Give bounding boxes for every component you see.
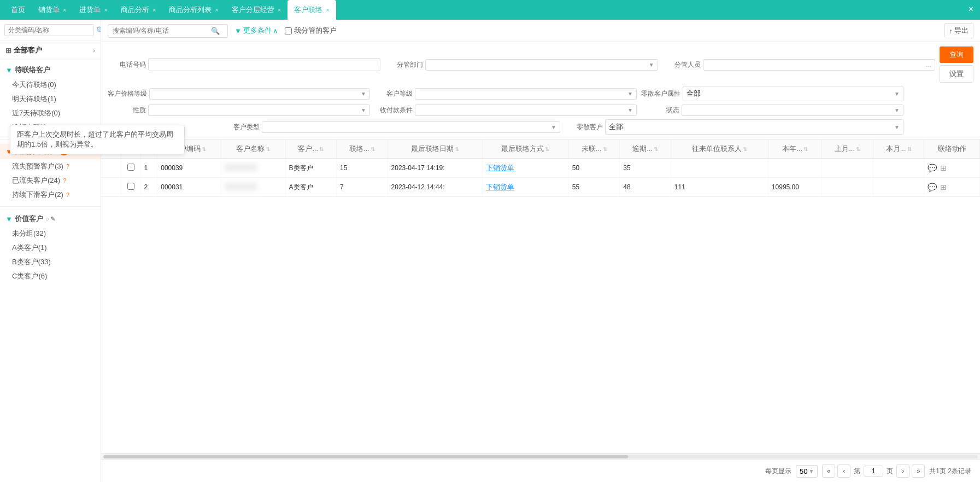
tab-customer-contact[interactable]: 客户联络 × xyxy=(287,0,336,20)
collapse-icon[interactable]: › xyxy=(93,47,95,54)
row2-overdue: 48 xyxy=(620,178,671,197)
status-filter: 状态 ▼ xyxy=(641,104,903,116)
close-sales-order-icon[interactable]: × xyxy=(63,7,66,13)
pending-contact-title[interactable]: ▼ 待联络客户 xyxy=(0,62,101,78)
customer-level-select[interactable]: ▼ xyxy=(415,88,637,100)
gender-select[interactable]: ▼ xyxy=(148,104,370,116)
sort-unreached-icon[interactable]: ⇅ xyxy=(603,146,607,152)
th-this-year: 本年...⇅ xyxy=(768,140,822,159)
sort-ty-icon[interactable]: ⇅ xyxy=(803,146,808,152)
filter-row-1: 电话号码 分管部门 ▼ 分管人员 … xyxy=(108,47,973,83)
sort-cp-icon[interactable]: ⇅ xyxy=(743,146,747,152)
search-box: 🔍 xyxy=(108,24,228,38)
sort-method-icon[interactable]: ⇅ xyxy=(545,146,549,152)
tab-home[interactable]: 首页 xyxy=(4,0,32,20)
tomorrow-contact-item[interactable]: 明天待联络(1) xyxy=(0,92,101,106)
settings-button[interactable]: 设置 xyxy=(940,65,973,83)
close-purchase-order-icon[interactable]: × xyxy=(104,7,107,13)
th-overdue: 逾期...⇅ xyxy=(620,140,671,159)
close-product-analysis-list-icon[interactable]: × xyxy=(215,7,218,13)
status-select[interactable]: ▼ xyxy=(682,104,903,116)
week-contact-item[interactable]: 近7天待联络(0) xyxy=(0,106,101,120)
price-level-select[interactable]: ▼ xyxy=(149,88,370,100)
prev-page-button[interactable]: ‹ xyxy=(837,464,850,478)
sort-overdue-icon[interactable]: ⇅ xyxy=(654,146,658,152)
sort-contact-icon[interactable]: ⇅ xyxy=(371,146,375,152)
dept-select[interactable]: ▼ xyxy=(425,59,658,71)
value-customer-title[interactable]: ▼ 价值客户 ○ ✎ xyxy=(0,211,101,227)
sort-lm-icon[interactable]: ⇅ xyxy=(856,146,860,152)
customer-type-select[interactable]: ▼ xyxy=(262,121,560,133)
customer-type-filter: 客户类型 ▼ xyxy=(221,121,560,133)
th-name: 客户名称⇅ xyxy=(221,140,285,159)
horizontal-scrollbar[interactable] xyxy=(101,453,980,460)
export-button[interactable]: ↑ 导出 xyxy=(944,23,974,38)
sort-tm-icon[interactable]: ⇅ xyxy=(907,146,912,152)
row2-code: 000031 xyxy=(157,178,221,197)
row1-select[interactable] xyxy=(127,164,134,171)
row2-select[interactable] xyxy=(127,183,134,190)
th-contact: 联络...⇅ xyxy=(337,140,388,159)
row1-settings xyxy=(101,159,121,178)
price-level-filter: 客户价格等级 ▼ xyxy=(108,88,370,100)
tab-product-analysis[interactable]: 商品分析 × xyxy=(114,0,162,20)
sort-date-icon[interactable]: ⇅ xyxy=(455,146,459,152)
row1-method-link[interactable]: 下销货单 xyxy=(486,164,514,172)
row2-index: 2 xyxy=(140,178,157,197)
last-page-button[interactable]: » xyxy=(912,464,925,478)
c-class-item[interactable]: C类客户(6) xyxy=(0,269,101,283)
row2-method-link[interactable]: 下销货单 xyxy=(486,183,514,191)
payment-select[interactable]: ▼ xyxy=(415,104,637,116)
close-customer-layered-icon[interactable]: × xyxy=(278,7,281,13)
phone-input[interactable] xyxy=(148,58,380,71)
row1-index: 1 xyxy=(140,159,157,178)
first-page-button[interactable]: « xyxy=(822,464,835,478)
query-button[interactable]: 查询 xyxy=(940,47,973,63)
main-search-icon[interactable]: 🔍 xyxy=(211,27,220,35)
row1-chat-icon[interactable]: 💬 xyxy=(928,164,937,172)
sort-cat-icon[interactable]: ⇅ xyxy=(319,146,324,152)
edit-icon[interactable]: ○ xyxy=(45,216,49,222)
sort-name-icon[interactable]: ⇅ xyxy=(266,146,270,152)
content-area: 🔍 ▼ 更多条件 ∧ 我分管的客户 ↑ 导出 电话号码 xyxy=(101,20,980,482)
value-customer-section: ▼ 价值客户 ○ ✎ 未分组(32) A类客户(1) B类客户(33) C类客户… xyxy=(0,209,101,286)
b-class-item[interactable]: B类客户(33) xyxy=(0,255,101,269)
ungroup-item[interactable]: 未分组(32) xyxy=(0,227,101,241)
row2-last-month xyxy=(822,178,873,197)
row1-more-icon[interactable]: ⊞ xyxy=(940,164,947,172)
gender-icon: ▼ xyxy=(361,107,366,113)
table-header-row: ⚙ 客户编码⇅ 客户名称⇅ 客户...⇅ xyxy=(101,140,980,159)
warning-icon: ? xyxy=(66,164,69,170)
more-conditions-button[interactable]: ▼ 更多条件 ∧ xyxy=(234,26,278,36)
all-customers-item[interactable]: ⊞ 全部客户 › xyxy=(0,41,101,60)
already-lost-item[interactable]: 已流失客户(24) ? xyxy=(0,173,101,188)
sidebar-search-icon[interactable]: 🔍 xyxy=(96,26,101,34)
main-search-input[interactable] xyxy=(113,27,211,34)
row1-last-method[interactable]: 下销货单 xyxy=(483,159,569,178)
manager-select[interactable]: … xyxy=(703,59,935,71)
close-customer-contact-icon[interactable]: × xyxy=(326,7,329,13)
next-page-button[interactable]: › xyxy=(896,464,909,478)
per-page-select[interactable]: 50 ▼ xyxy=(796,465,818,478)
row2-more-icon[interactable]: ⊞ xyxy=(940,183,947,191)
close-product-analysis-icon[interactable]: × xyxy=(152,7,156,13)
retail-select[interactable]: 全部 ▼ xyxy=(605,119,903,135)
declining-item[interactable]: 持续下滑客户(2) ? xyxy=(0,188,101,202)
category-search-input[interactable] xyxy=(4,24,94,36)
retail-attr-select[interactable]: 全部 ▼ xyxy=(683,86,903,101)
lost-warning-item[interactable]: 流失预警客户(3) ? xyxy=(0,159,101,173)
scrollbar-thumb[interactable] xyxy=(103,455,628,458)
page-number-input[interactable] xyxy=(864,466,883,477)
tab-product-analysis-list[interactable]: 商品分析列表 × xyxy=(162,0,225,20)
sort-code-icon[interactable]: ⇅ xyxy=(202,146,206,152)
edit-icon2[interactable]: ✎ xyxy=(50,216,55,223)
tab-purchase-order[interactable]: 进货单 × xyxy=(73,0,114,20)
my-customers-checkbox[interactable] xyxy=(285,27,292,34)
tab-customer-layered[interactable]: 客户分层经营 × xyxy=(225,0,287,20)
today-contact-item[interactable]: 今天待联络(0) xyxy=(0,78,101,92)
a-class-item[interactable]: A类客户(1) xyxy=(0,241,101,255)
row2-last-method[interactable]: 下销货单 xyxy=(483,178,569,197)
tab-sales-order[interactable]: 销货单 × xyxy=(32,0,73,20)
close-all-tabs-button[interactable]: × xyxy=(969,4,973,14)
row2-chat-icon[interactable]: 💬 xyxy=(928,183,937,191)
